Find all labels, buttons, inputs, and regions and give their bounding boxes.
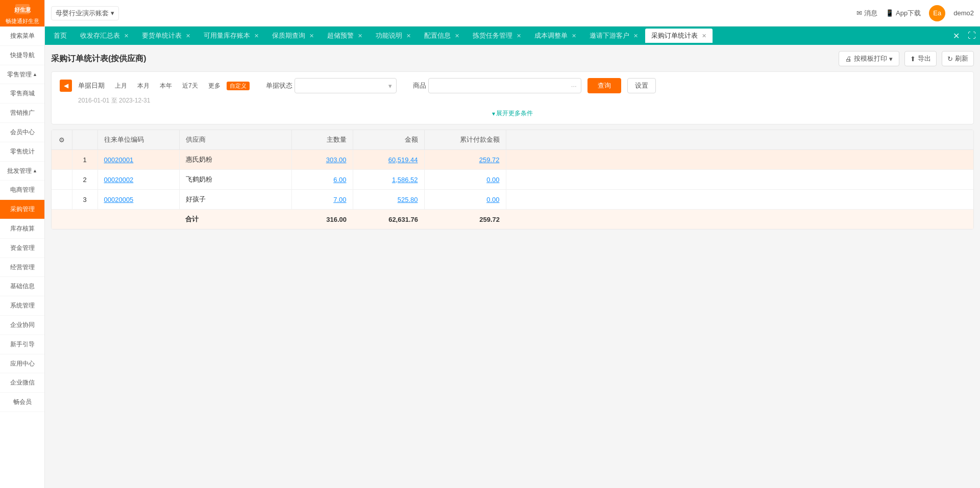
table-row[interactable]: 1 00020001 惠氏奶粉 303.00 60,519.44 259.72: [52, 150, 973, 170]
shortcut-more[interactable]: 更多: [204, 81, 225, 91]
tab-close-icon[interactable]: ✕: [702, 33, 706, 39]
print-dropdown-icon: ▾: [889, 55, 893, 63]
sidebar-item-enterprise-collab[interactable]: 企业协同: [0, 316, 44, 335]
td-no: 3: [72, 190, 97, 210]
sidebar-item-member2[interactable]: 畅会员: [0, 393, 44, 412]
sidebar-item-finance[interactable]: 资金管理: [0, 239, 44, 258]
th-code: 往来单位编码: [97, 130, 179, 150]
tab-close-icon[interactable]: ✕: [186, 33, 190, 39]
amount-link[interactable]: 525.80: [398, 196, 418, 203]
message-button[interactable]: ✉ 消息: [856, 9, 877, 18]
print-button[interactable]: 🖨 按模板打印 ▾: [839, 51, 899, 66]
sidebar-item-quick-nav[interactable]: 快捷导航: [0, 46, 44, 65]
th-gear[interactable]: ⚙: [52, 130, 72, 150]
sidebar: 好生意 畅捷通好生意 搜索菜单 快捷导航 零售管理 零售商城 营销推广 会员中心…: [0, 0, 45, 488]
tab-home[interactable]: 首页: [47, 29, 73, 43]
tab-available-stock[interactable]: 可用量库存账本 ✕: [198, 29, 265, 43]
sidebar-item-new-guide[interactable]: 新手引导: [0, 335, 44, 354]
td-paid: 259.72: [424, 150, 506, 170]
amount-link[interactable]: 60,519.44: [388, 156, 418, 164]
amount-link[interactable]: 1,586.52: [392, 176, 418, 184]
tab-close-icon[interactable]: ✕: [455, 33, 459, 39]
custom-date-badge[interactable]: 自定义: [227, 82, 250, 90]
sidebar-item-marketing[interactable]: 营销推广: [0, 104, 44, 123]
sidebar-item-app-center[interactable]: 应用中心: [0, 354, 44, 374]
tab-pick-task[interactable]: 拣货任务管理 ✕: [467, 29, 527, 43]
sidebar-item-inventory[interactable]: 库存核算: [0, 219, 44, 239]
workspace-selector[interactable]: 母婴行业演示账套 ▾: [51, 6, 119, 20]
sidebar-item-purchase[interactable]: 采购管理: [0, 200, 44, 219]
sidebar-item-wholesale[interactable]: 批发管理: [0, 162, 44, 181]
shortcut-this-month[interactable]: 本月: [133, 81, 154, 91]
tab-close-all-button[interactable]: ✕: [951, 31, 962, 41]
purchase-order-table: ⚙ 往来单位编码 供应商 主数量 金额 累计付款金额 1: [52, 130, 973, 229]
tab-bar-actions: ✕ ⛶: [951, 31, 978, 41]
table-row[interactable]: 3 00020005 好孩子 7.00 525.80 0.00: [52, 190, 973, 210]
tab-close-icon[interactable]: ✕: [309, 33, 314, 39]
expand-more-label: 展开更多条件: [496, 109, 533, 118]
tab-close-icon[interactable]: ✕: [517, 33, 521, 39]
shortcut-7days[interactable]: 近7天: [178, 81, 202, 91]
tab-close-icon[interactable]: ✕: [572, 33, 576, 39]
goods-input[interactable]: ···: [428, 78, 581, 93]
status-select[interactable]: ▾: [295, 78, 397, 93]
refresh-button[interactable]: ↻ 刷新: [942, 51, 974, 66]
tab-close-icon[interactable]: ✕: [124, 33, 129, 39]
paid-link[interactable]: 259.72: [479, 156, 500, 164]
tab-close-icon[interactable]: ✕: [406, 33, 411, 39]
tab-maximize-button[interactable]: ⛶: [966, 31, 978, 40]
sidebar-item-search[interactable]: 搜索菜单: [0, 27, 44, 46]
filter-settings-button[interactable]: 设置: [627, 78, 656, 93]
paid-link[interactable]: 0.00: [486, 196, 499, 203]
tab-close-icon[interactable]: ✕: [633, 33, 638, 39]
tab-close-icon[interactable]: ✕: [358, 33, 362, 39]
app-download-button[interactable]: 📱 App下载: [886, 9, 921, 18]
code-link[interactable]: 00020005: [104, 196, 134, 203]
td-amount: 525.80: [353, 190, 424, 210]
sidebar-item-retail[interactable]: 零售管理: [0, 65, 44, 85]
expand-more-button[interactable]: ▾ 展开更多条件: [60, 109, 965, 118]
sidebar-item-retail-stats[interactable]: 零售统计: [0, 142, 44, 162]
export-button[interactable]: ⬆ 导出: [904, 51, 937, 66]
search-button[interactable]: 查询: [587, 78, 621, 93]
sidebar-item-ecommerce[interactable]: 电商管理: [0, 181, 44, 200]
shortcut-last-month[interactable]: 上月: [111, 81, 131, 91]
tab-shelf-life[interactable]: 保质期查询 ✕: [266, 29, 320, 43]
logo[interactable]: 好生意 畅捷通好生意: [0, 0, 44, 27]
sidebar-item-operations[interactable]: 经营管理: [0, 258, 44, 277]
tab-function-desc[interactable]: 功能说明 ✕: [370, 29, 417, 43]
qty-link[interactable]: 7.00: [333, 196, 346, 203]
shortcut-this-year[interactable]: 本年: [156, 81, 176, 91]
tab-label: 邀请下游客户: [590, 31, 629, 40]
sidebar-item-system[interactable]: 系统管理: [0, 296, 44, 316]
qty-link[interactable]: 303.00: [326, 156, 347, 164]
paid-link[interactable]: 0.00: [486, 176, 499, 184]
tab-cost-adjust[interactable]: 成本调整单 ✕: [528, 29, 582, 43]
td-extra: [506, 170, 973, 190]
sidebar-item-enterprise-wechat[interactable]: 企业微信: [0, 373, 44, 393]
tab-invite-downstream[interactable]: 邀请下游客户 ✕: [583, 29, 644, 43]
tab-config-info[interactable]: 配置信息 ✕: [418, 29, 465, 43]
code-link[interactable]: 00020002: [104, 176, 134, 184]
page-actions: 🖨 按模板打印 ▾ ⬆ 导出 ↻ 刷新: [839, 51, 974, 66]
sidebar-item-basic-info[interactable]: 基础信息: [0, 277, 44, 296]
code-link[interactable]: 00020001: [104, 156, 134, 164]
sidebar-item-retail-store[interactable]: 零售商城: [0, 84, 44, 104]
filter-collapse-button[interactable]: ◀: [60, 80, 72, 92]
footer-check: [52, 210, 72, 229]
tab-purchase-order-summary[interactable]: 采购订单统计表 ✕: [645, 29, 713, 43]
export-label: 导出: [918, 54, 931, 63]
sidebar-item-member[interactable]: 会员中心: [0, 123, 44, 142]
table-row[interactable]: 2 00020002 飞鹤奶粉 6.00 1,586.52 0.00: [52, 170, 973, 190]
tab-overstock-warning[interactable]: 超储预警 ✕: [321, 29, 369, 43]
qty-link[interactable]: 6.00: [333, 176, 346, 184]
top-bar: 母婴行业演示账套 ▾ ✉ 消息 📱 App下载 Ea demo2: [45, 0, 980, 27]
user-avatar[interactable]: Ea: [929, 5, 945, 21]
workspace-chevron: ▾: [111, 9, 114, 17]
tab-close-icon[interactable]: ✕: [254, 33, 259, 39]
tab-purchase-summary[interactable]: 要货单统计表 ✕: [136, 29, 197, 43]
search-label: 查询: [598, 82, 611, 89]
refresh-label: 刷新: [955, 54, 968, 63]
tab-collect-summary[interactable]: 收发存汇总表 ✕: [74, 29, 135, 43]
footer-extra: [506, 210, 973, 229]
